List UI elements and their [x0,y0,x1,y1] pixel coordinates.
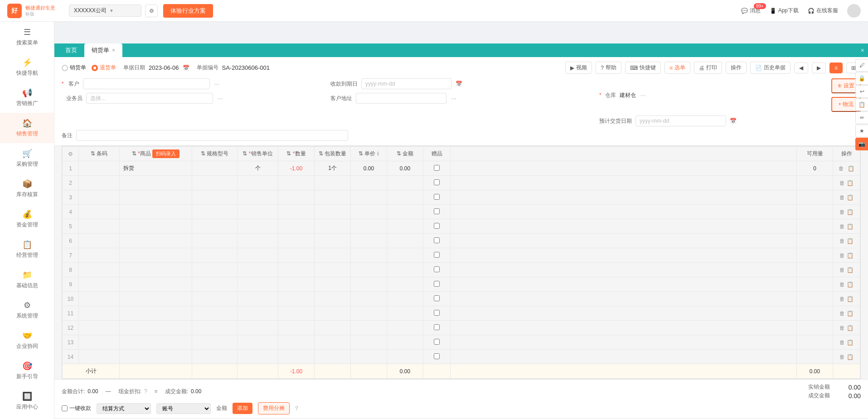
gift-checkbox[interactable] [434,223,440,229]
customer-addr-more-btn[interactable]: ··· [451,95,456,102]
copy-icon[interactable]: 📋 [847,339,853,346]
sidebar-item-operations[interactable]: 📋 经营管理 [0,234,54,265]
copy-icon[interactable]: 📋 [847,354,853,360]
gift-checkbox[interactable] [434,252,440,258]
delete-icon[interactable]: 🗑 [839,194,845,201]
copy-icon[interactable]: 📋 [847,310,853,317]
delete-icon[interactable]: 🗑 [839,325,845,331]
shortcut-key-btn[interactable]: ⌨ 快捷键 [625,62,661,74]
warehouse-more-btn[interactable]: ··· [640,92,646,99]
row-1-gift-checkbox[interactable] [434,165,440,171]
gift-checkbox[interactable] [434,339,440,345]
video-btn[interactable]: ▶ 视频 [565,62,592,74]
radio-return[interactable]: 退货单 [92,64,116,72]
rs-btn-4[interactable]: 📋 [855,98,868,111]
row-1-price[interactable]: 0.00 [351,161,387,176]
sidebar-item-system[interactable]: ⚙ 系统管理 [0,295,54,325]
fee-btn[interactable]: 费用分摊 [258,402,290,414]
message-btn[interactable]: 💬 消息 99+ [741,7,761,14]
prev-btn[interactable]: ◀ [794,63,808,73]
copy-icon[interactable]: 📋 [847,281,853,288]
user-avatar[interactable] [847,4,861,18]
sidebar-item-purchase[interactable]: 🛒 采购管理 [0,143,54,173]
sidebar-item-sales[interactable]: 🏠 销售管理 [0,113,54,143]
delete-icon[interactable]: 🗑 [839,267,845,273]
calendar-expected-icon[interactable]: 📅 [730,118,737,124]
delete-icon[interactable]: 🗑 [839,339,845,346]
payment-method-select[interactable]: 结算方式 [97,403,151,414]
rs-btn-7[interactable]: 📷 [855,138,868,150]
delete-icon[interactable]: 🗑 [839,354,845,360]
tab-sales-order[interactable]: 销货单 × [84,43,122,57]
settings-icon-btn[interactable]: ⚙ [145,5,158,17]
table-settings-icon[interactable]: ⚙ [68,151,73,157]
radio-sales[interactable]: 销货单 [62,64,86,72]
delete-icon[interactable]: 🗑 [839,296,845,302]
salesperson-input[interactable] [86,93,213,104]
row-1-delete-icon[interactable]: 🗑 [839,165,844,172]
rs-btn-6[interactable]: ★ [855,125,868,137]
copy-icon[interactable]: 📋 [847,223,853,230]
customer-addr-input[interactable] [356,93,446,104]
row-1-remark[interactable] [451,161,797,176]
online-support-btn[interactable]: 🎧 在线客服 [808,7,838,14]
list-view-btn[interactable]: ≡ [829,63,843,73]
add-payment-btn[interactable]: 添加 [233,403,252,414]
due-date-input[interactable] [361,78,452,89]
customer-input[interactable] [83,78,210,89]
next-btn[interactable]: ▶ [812,63,826,73]
app-download-btn[interactable]: 📱 App下载 [770,7,799,14]
calendar-icon[interactable]: 📅 [183,65,189,71]
discount-help-icon[interactable]: ? [144,388,147,395]
delete-icon[interactable]: 🗑 [839,209,845,215]
copy-icon[interactable]: 📋 [847,194,853,201]
salesperson-more-btn[interactable]: ··· [218,95,223,102]
gift-checkbox[interactable] [434,237,440,243]
gift-checkbox[interactable] [434,194,440,200]
gift-checkbox[interactable] [434,295,440,301]
tab-home[interactable]: 首页 [58,43,84,57]
sidebar-item-finance[interactable]: 💰 资金管理 [0,204,54,234]
rs-btn-3[interactable]: ↩ [855,85,868,98]
sidebar-item-enterprise[interactable]: 🤝 企业协同 [0,325,54,356]
trial-btn[interactable]: 体验行业方案 [163,4,213,18]
sidebar-item-wechat[interactable]: 💬 企业微信 [0,416,54,419]
sidebar-item-guide[interactable]: 🎯 新手引导 [0,356,54,386]
one-click-checkbox[interactable] [62,405,68,411]
sidebar-item-marketing[interactable]: 📢 营销推广 [0,82,54,113]
gift-checkbox[interactable] [434,179,440,185]
sidebar-item-shortcut[interactable]: ⚡ 快捷导航 [0,52,54,82]
row-1-barcode[interactable] [79,161,120,176]
customer-more-btn[interactable]: ··· [214,80,220,87]
copy-icon[interactable]: 📋 [847,209,853,215]
expected-date-input[interactable] [635,116,726,126]
sidebar-item-appstore[interactable]: 🔲 应用中心 [0,386,54,416]
scan-btn[interactable]: 扫码录入 [152,149,179,158]
row-1-qty[interactable]: -1.00 [278,161,315,176]
gift-checkbox[interactable] [434,281,440,287]
row-1-product[interactable]: 拆货 [120,161,192,176]
delete-icon[interactable]: 🗑 [839,238,845,244]
rs-btn-5[interactable]: ✏ [855,111,868,124]
copy-icon[interactable]: 📋 [847,180,853,186]
history-btn[interactable]: 📄 历史单据 [750,62,790,74]
copy-icon[interactable]: 📋 [847,267,853,273]
print-btn[interactable]: 🖨 打印 [694,62,722,74]
gift-checkbox[interactable] [434,324,440,330]
tab-bar-close-btn[interactable]: × [861,47,864,54]
delete-icon[interactable]: 🗑 [839,223,845,230]
note-input[interactable] [76,130,348,141]
delete-icon[interactable]: 🗑 [839,310,845,317]
copy-icon[interactable]: 📋 [847,252,853,259]
gift-checkbox[interactable] [434,353,440,359]
account-select[interactable]: 账号 [156,403,211,414]
sidebar-item-inventory[interactable]: 📦 库存核算 [0,173,54,204]
help-btn[interactable]: ? 帮助 [596,62,621,74]
choose-btn[interactable]: ≡ 选单 [664,62,690,74]
row-1-gift[interactable] [423,161,451,176]
row-1-copy-icon[interactable]: 📋 [848,165,854,172]
delete-icon[interactable]: 🗑 [839,281,845,288]
delete-icon[interactable]: 🗑 [839,180,845,186]
gift-checkbox[interactable] [434,208,440,214]
gift-checkbox[interactable] [434,266,440,272]
